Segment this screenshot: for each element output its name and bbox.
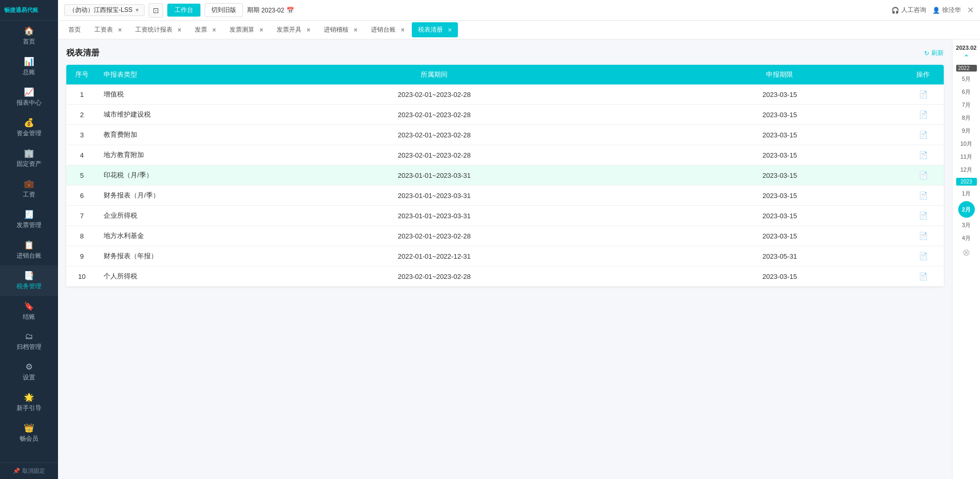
tab-label-salary-report: 工资统计报表 [135,25,172,34]
action-icon[interactable]: 📄 [919,272,928,280]
tabs-bar: 首页工资表×工资统计报表×发票×发票测算×发票开具×进销稽核×进销台账×税表清册… [58,21,980,39]
sidebar-bottom[interactable]: 📌 取消固定 [0,462,58,479]
collapse-icon[interactable]: ⊗ [962,247,970,258]
refresh-button[interactable]: ↻ 刷新 [924,49,944,58]
scroll-up-icon[interactable]: ⌃ [963,53,970,63]
sidebar-item-fund[interactable]: 💰资金管理 [0,112,58,143]
cell-deadline: 2023-03-15 [657,226,902,246]
cell-type: 增值税 [97,84,211,105]
cell-action[interactable]: 📄 [902,165,944,186]
tab-close-invoice-calc[interactable]: × [260,26,263,34]
timeline-month-2022-10月[interactable]: 10月 [956,137,977,150]
sidebar-logo: 畅捷通易代账 [0,0,58,21]
chevron-down-icon: ▼ [135,7,140,13]
refresh-label: 刷新 [931,49,944,58]
timeline-year-2023[interactable]: 2023 [956,178,977,186]
cell-action[interactable]: 📄 [902,246,944,266]
tab-tax-list[interactable]: 税表清册× [412,22,458,37]
sidebar-item-report[interactable]: 📈报表中心 [0,82,58,112]
timeline-month-2022-8月[interactable]: 8月 [956,111,977,124]
workbench-button[interactable]: 工作台 [167,4,200,17]
sidebar-label-fund: 资金管理 [17,129,41,138]
timeline-month-2023-3月[interactable]: 3月 [956,219,977,232]
close-icon[interactable]: ✕ [967,5,974,15]
tab-invoice-open[interactable]: 发票开具× [270,22,316,37]
action-icon[interactable]: 📄 [919,151,928,159]
timeline-month-2023-2月[interactable]: 2月 [958,201,975,218]
timeline-panel: 2023.02 ⌃ 20225月6月7月8月9月10月11月12月20231月2… [952,39,980,479]
content-area: 税表清册 ↻ 刷新 序号 申报表类型 所属期间 申报期限 操作 [58,39,980,479]
sidebar-item-settlement[interactable]: 🔖结账 [0,296,58,327]
timeline-year-2022[interactable]: 2022 [956,65,977,72]
cell-deadline: 2023-03-15 [657,145,902,165]
sidebar-item-fixed-asset[interactable]: 🏢固定资产 [0,143,58,174]
company-selector[interactable]: （勿动）江西报宝-LSS ▼ [64,4,145,16]
human-service-label: 人工咨询 [901,6,926,15]
sidebar-item-purchase[interactable]: 📋进销台账 [0,235,58,265]
timeline-month-2023-1月[interactable]: 1月 [956,187,977,200]
action-icon[interactable]: 📄 [919,212,928,220]
human-service[interactable]: 🎧 人工咨询 [891,6,926,15]
cell-action[interactable]: 📄 [902,145,944,165]
sidebar-item-invoice-mgmt[interactable]: 🧾发票管理 [0,204,58,235]
cell-action[interactable]: 📄 [902,206,944,226]
copy-icon[interactable]: ⊡ [149,3,163,18]
archive-icon: 🗂 [25,332,33,341]
cell-deadline: 2023-03-15 [657,165,902,186]
tab-salary[interactable]: 工资表× [88,22,128,37]
sidebar-item-archive[interactable]: 🗂归档管理 [0,327,58,357]
action-icon[interactable]: 📄 [919,252,928,260]
sidebar-item-settings[interactable]: ⚙设置 [0,357,58,387]
tab-home[interactable]: 首页 [62,22,87,37]
sidebar-item-member[interactable]: 👑畅会员 [0,418,58,448]
action-icon[interactable]: 📄 [919,171,928,179]
timeline-month-2022-6月[interactable]: 6月 [956,86,977,98]
sidebar-item-home[interactable]: 🏠首页 [0,21,58,51]
action-icon[interactable]: 📄 [919,131,928,139]
table-row: 5 印花税（月/季） 2023-01-01~2023-03-31 2023-03… [66,165,944,186]
tab-close-salary-report[interactable]: × [178,26,181,34]
action-icon[interactable]: 📄 [919,232,928,240]
tab-salary-report[interactable]: 工资统计报表× [129,22,188,37]
tab-purchase-ledger[interactable]: 进销台账× [365,22,411,37]
action-icon[interactable]: 📄 [919,110,928,119]
tab-close-invoice-open[interactable]: × [307,26,310,34]
sidebar-item-salary[interactable]: 💼工资 [0,174,58,204]
timeline-month-2022-11月[interactable]: 11月 [956,150,977,163]
guide-icon: 🌟 [24,392,34,402]
cell-action[interactable]: 📄 [902,186,944,206]
action-icon[interactable]: 📄 [919,90,928,98]
tab-label-purchase-ledger: 进销台账 [371,25,396,34]
timeline-month-2022-12月[interactable]: 12月 [956,163,977,176]
action-icon[interactable]: 📄 [919,191,928,200]
timeline-month-2022-9月[interactable]: 9月 [956,124,977,137]
tab-close-purchase-audit[interactable]: × [354,26,357,34]
cell-action[interactable]: 📄 [902,84,944,105]
tab-invoice-calc[interactable]: 发票测算× [223,22,269,37]
tab-invoice[interactable]: 发票× [189,22,222,37]
sidebar-item-ledger[interactable]: 📊总账 [0,51,58,82]
cell-action[interactable]: 📄 [902,266,944,287]
cell-action[interactable]: 📄 [902,125,944,145]
tab-close-invoice[interactable]: × [212,26,216,34]
tab-purchase-audit[interactable]: 进销稽核× [318,22,364,37]
tab-close-salary[interactable]: × [118,26,122,34]
page: 税表清册 ↻ 刷新 序号 申报表类型 所属期间 申报期限 操作 [58,39,952,479]
sidebar-label-member: 畅会员 [20,434,38,443]
tab-close-tax-list[interactable]: × [448,26,452,34]
cell-period: 2023-02-01~2023-02-28 [211,145,657,165]
cell-action[interactable]: 📄 [902,226,944,246]
cell-deadline: 2023-03-15 [657,105,902,125]
tab-close-purchase-ledger[interactable]: × [401,26,405,34]
table-header-row: 序号 申报表类型 所属期间 申报期限 操作 [66,65,944,84]
cell-period: 2023-02-01~2023-02-28 [211,266,657,287]
user-profile[interactable]: 👤 徐泾华 [932,6,961,15]
sidebar-item-guide[interactable]: 🌟新手引导 [0,387,58,418]
timeline-month-2022-5月[interactable]: 5月 [956,73,977,86]
switch-old-button[interactable]: 切到旧版 [205,3,243,17]
sidebar-item-tax[interactable]: 📑税务管理 [0,265,58,296]
timeline-month-2022-7月[interactable]: 7月 [956,98,977,111]
timeline-month-2023-4月[interactable]: 4月 [956,232,977,245]
period-selector[interactable]: 期期 2023-02 📅 [247,6,294,15]
cell-action[interactable]: 📄 [902,105,944,125]
